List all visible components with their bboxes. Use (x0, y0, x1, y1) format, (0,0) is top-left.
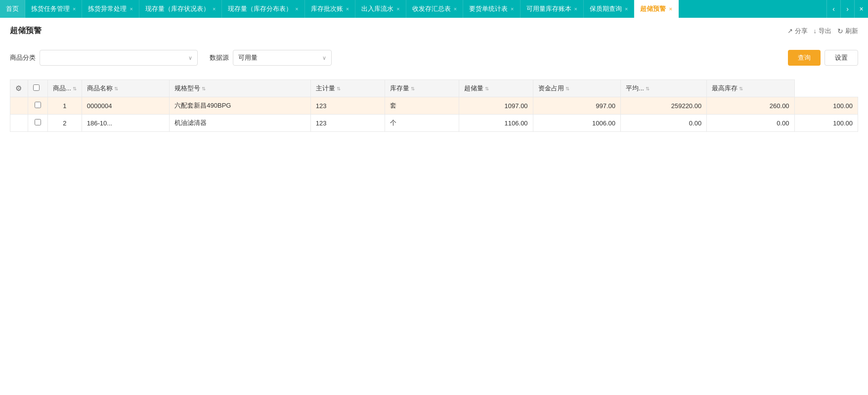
nav-overstock[interactable]: 超储预警 × (634, 0, 678, 18)
row-cb-1[interactable] (35, 119, 41, 125)
close-order-stat-tab[interactable]: × (511, 6, 514, 12)
nav-close-arrow[interactable]: × (854, 0, 868, 18)
export-button[interactable]: ↓ 导出 (814, 27, 832, 36)
row-stock-1: 1106.00 (459, 115, 533, 132)
row-checkbox-0[interactable] (28, 97, 48, 115)
row-product-name-0: 六配套新昌490BPG (170, 97, 310, 115)
nav-stock-dist[interactable]: 现存量（库存分布表） × (222, 0, 304, 18)
row-spec-1: 123 (310, 115, 385, 132)
sort-product-code[interactable]: 商品... ⇅ (53, 84, 77, 93)
nav-batch[interactable]: 库存批次账 × (305, 0, 355, 18)
row-unit-1: 个 (385, 115, 459, 132)
sort-product-name[interactable]: 商品名称 ⇅ (87, 84, 118, 93)
row-capital-0: 259220.00 (621, 97, 707, 115)
sort-unit[interactable]: 主计量 ⇅ (316, 84, 341, 93)
th-checkbox (28, 80, 48, 97)
row-product-code-0: 0000004 (82, 97, 169, 115)
th-capital: 资金占用 ⇅ (533, 80, 620, 97)
close-task-tab[interactable]: × (73, 6, 76, 12)
row-checkbox-1[interactable] (28, 115, 48, 132)
sort-avg[interactable]: 平均... ⇅ (626, 84, 650, 93)
nav-order-stat[interactable]: 要货单统计表 × (463, 0, 520, 18)
close-expiry-tab[interactable]: × (625, 6, 628, 12)
sort-icon-product-name: ⇅ (114, 86, 118, 91)
row-avg-1: 0.00 (707, 115, 794, 132)
category-label: 商品分类 (10, 53, 36, 62)
nav-expiry[interactable]: 保质期查询 × (584, 0, 634, 18)
th-product-name: 商品名称 ⇅ (82, 80, 169, 97)
datasource-arrow-icon: ∨ (322, 55, 326, 61)
sort-overstock[interactable]: 超储量 ⇅ (464, 84, 489, 93)
row-max-stock-1: 100.00 (794, 115, 858, 132)
sort-capital[interactable]: 资金占用 ⇅ (538, 84, 569, 93)
sort-icon-overstock: ⇅ (485, 86, 489, 91)
table-row: 2 186-10... 机油滤清器 123 个 1106.00 1006.00 … (10, 115, 858, 132)
top-navigation: 首页 拣货任务管理 × 拣货异常处理 × 现存量（库存状况表） × 现存量（库存… (0, 0, 868, 18)
th-unit: 主计量 ⇅ (310, 80, 385, 97)
nav-home[interactable]: 首页 (0, 0, 25, 18)
close-collect-tab[interactable]: × (454, 6, 457, 12)
nav-usable[interactable]: 可用量库存账本 × (521, 0, 584, 18)
query-button[interactable]: 查询 (788, 50, 821, 66)
table-body: 1 0000004 六配套新昌490BPG 123 套 1097.00 997.… (10, 97, 858, 132)
row-index-1: 2 (48, 115, 82, 132)
th-gear: ⚙ (10, 80, 28, 97)
row-cb-0[interactable] (35, 102, 41, 108)
nav-prev-arrow[interactable]: ‹ (826, 0, 840, 18)
row-spec-0: 123 (310, 97, 385, 115)
filter-buttons: 查询 设置 (788, 50, 858, 66)
row-stock-0: 1097.00 (459, 97, 533, 115)
table-header-row: ⚙ 商品... ⇅ 商品名称 ⇅ (10, 80, 858, 97)
close-stock-status-tab[interactable]: × (213, 6, 216, 12)
datasource-label: 数据源 (210, 53, 229, 62)
th-spec: 规格型号 ⇅ (170, 80, 310, 97)
nav-abnormal[interactable]: 拣货异常处理 × (82, 0, 139, 18)
close-abnormal-tab[interactable]: × (130, 6, 132, 12)
row-max-stock-0: 100.00 (794, 97, 858, 115)
nav-stock-status[interactable]: 现存量（库存状况表） × (139, 0, 222, 18)
nav-collect[interactable]: 收发存汇总表 × (406, 0, 463, 18)
nav-task[interactable]: 拣货任务管理 × (25, 0, 82, 18)
row-product-name-1: 机油滤清器 (170, 115, 310, 132)
data-table-wrapper: ⚙ 商品... ⇅ 商品名称 ⇅ (10, 79, 858, 132)
close-inout-tab[interactable]: × (396, 6, 399, 12)
page-actions: ↗ 分享 ↓ 导出 ↻ 刷新 (787, 27, 859, 36)
nav-next-arrow[interactable]: › (840, 0, 854, 18)
close-overstock-tab[interactable]: × (669, 6, 672, 12)
refresh-button[interactable]: ↻ 刷新 (837, 27, 858, 36)
nav-scroll-arrows: ‹ › × (826, 0, 868, 18)
row-gear-1 (10, 115, 28, 132)
row-overstock-0: 997.00 (533, 97, 620, 115)
row-capital-1: 0.00 (621, 115, 707, 132)
share-icon: ↗ (787, 27, 793, 35)
close-usable-tab[interactable]: × (574, 6, 577, 12)
sort-icon-spec: ⇅ (202, 86, 206, 91)
close-stock-dist-tab[interactable]: × (295, 6, 298, 12)
nav-inout[interactable]: 出入库流水 × (355, 0, 406, 18)
sort-icon-unit: ⇅ (337, 86, 341, 91)
sort-icon-product-code: ⇅ (73, 86, 77, 91)
refresh-icon: ↻ (837, 27, 843, 35)
row-index-0: 1 (48, 97, 82, 115)
settings-button[interactable]: 设置 (825, 50, 858, 66)
th-product-code: 商品... ⇅ (48, 80, 82, 97)
select-all-checkbox[interactable] (33, 84, 40, 91)
datasource-select[interactable]: 可用量 ∨ (233, 50, 332, 66)
export-icon: ↓ (814, 27, 817, 35)
filter-bar: 商品分类 ∨ 数据源 可用量 ∨ 查询 设置 (10, 44, 858, 72)
th-overstock: 超储量 ⇅ (459, 80, 533, 97)
gear-icon[interactable]: ⚙ (15, 84, 22, 92)
sort-max-stock[interactable]: 最高库存 ⇅ (712, 84, 743, 93)
row-overstock-1: 1006.00 (533, 115, 620, 132)
sort-spec[interactable]: 规格型号 ⇅ (174, 84, 206, 93)
table-row: 1 0000004 六配套新昌490BPG 123 套 1097.00 997.… (10, 97, 858, 115)
sort-icon-capital: ⇅ (565, 86, 569, 91)
category-filter-group: 商品分类 ∨ (10, 50, 198, 66)
sort-icon-avg: ⇅ (646, 86, 650, 91)
page-header: 超储预警 ↗ 分享 ↓ 导出 ↻ 刷新 (10, 26, 858, 36)
sort-stock[interactable]: 库存量 ⇅ (390, 84, 415, 93)
close-batch-tab[interactable]: × (346, 6, 349, 12)
category-select[interactable]: ∨ (40, 50, 198, 66)
data-table: ⚙ 商品... ⇅ 商品名称 ⇅ (10, 79, 858, 132)
share-button[interactable]: ↗ 分享 (787, 27, 808, 36)
